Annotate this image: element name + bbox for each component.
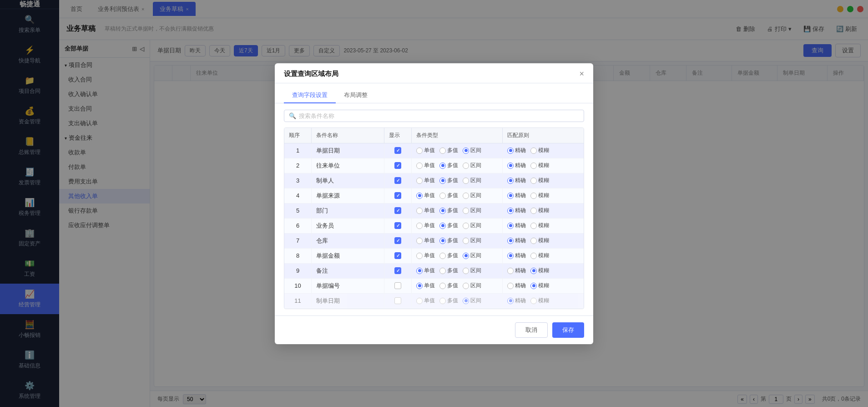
row-order: 4 <box>284 188 312 203</box>
match-precise[interactable]: 精确 <box>507 297 526 305</box>
cancel-button[interactable]: 取消 <box>515 322 548 338</box>
row-type: 单值 多值 区间 <box>412 264 503 278</box>
match-fuzzy[interactable]: 模糊 <box>530 222 549 229</box>
row-show[interactable] <box>384 158 412 173</box>
show-checkbox[interactable] <box>394 267 401 274</box>
match-fuzzy[interactable]: 模糊 <box>530 207 549 214</box>
type-multi[interactable]: 多值 <box>439 252 458 259</box>
row-show[interactable] <box>384 264 412 278</box>
show-checkbox[interactable] <box>394 147 401 154</box>
row-show[interactable] <box>384 188 412 203</box>
type-single[interactable]: 单值 <box>416 222 435 229</box>
type-range[interactable]: 区间 <box>463 297 481 305</box>
match-fuzzy[interactable]: 模糊 <box>530 192 549 199</box>
row-name: 单据日期 <box>312 143 384 158</box>
modal-save-button[interactable]: 保存 <box>552 322 584 338</box>
match-precise[interactable]: 精确 <box>507 147 526 154</box>
row-match: 精确 模糊 <box>503 143 584 158</box>
st-header: 顺序 条件名称 显示 条件类型 匹配原则 <box>284 128 584 143</box>
type-multi[interactable]: 多值 <box>439 162 458 169</box>
match-precise[interactable]: 精确 <box>507 237 526 244</box>
type-single[interactable]: 单值 <box>416 147 435 154</box>
show-checkbox[interactable] <box>394 282 401 289</box>
row-name: 制单人 <box>312 173 384 188</box>
type-multi[interactable]: 多值 <box>439 207 458 214</box>
type-range[interactable]: 区间 <box>463 147 481 154</box>
match-precise[interactable]: 精确 <box>507 177 526 184</box>
type-range[interactable]: 区间 <box>463 282 481 290</box>
type-multi[interactable]: 多值 <box>439 282 458 290</box>
type-single[interactable]: 单值 <box>416 207 435 214</box>
show-checkbox[interactable] <box>394 177 401 184</box>
row-type: 单值 多值 区间 <box>412 143 503 158</box>
modal-tab-query[interactable]: 查询字段设置 <box>284 88 336 103</box>
match-precise[interactable]: 精确 <box>507 267 526 275</box>
show-checkbox[interactable] <box>394 222 401 229</box>
modal-tab-layout[interactable]: 布局调整 <box>336 88 376 103</box>
table-row: 6 业务员 单值 多值 区间 <box>284 219 584 234</box>
th-order: 顺序 <box>284 128 312 143</box>
type-single[interactable]: 单值 <box>416 237 435 244</box>
match-precise[interactable]: 精确 <box>507 282 526 290</box>
match-precise[interactable]: 精确 <box>507 162 526 169</box>
row-name: 仓库 <box>312 234 384 248</box>
modal-close-button[interactable]: × <box>579 70 584 78</box>
type-multi[interactable]: 多值 <box>439 147 458 154</box>
type-single[interactable]: 单值 <box>416 177 435 184</box>
radio-multi <box>439 283 446 289</box>
row-order: 9 <box>284 264 312 278</box>
th-ctype: 条件类型 <box>412 128 503 143</box>
type-multi[interactable]: 多值 <box>439 267 458 275</box>
match-fuzzy[interactable]: 模糊 <box>530 252 549 259</box>
type-range[interactable]: 区间 <box>463 237 481 244</box>
type-single[interactable]: 单值 <box>416 192 435 199</box>
match-fuzzy[interactable]: 模糊 <box>530 237 549 244</box>
match-precise[interactable]: 精确 <box>507 207 526 214</box>
show-checkbox[interactable] <box>394 237 401 244</box>
type-single[interactable]: 单值 <box>416 252 435 259</box>
row-show[interactable] <box>384 294 412 308</box>
show-checkbox[interactable] <box>394 192 401 199</box>
match-precise[interactable]: 精确 <box>507 222 526 229</box>
row-show[interactable] <box>384 279 412 293</box>
type-single[interactable]: 单值 <box>416 297 435 305</box>
type-range[interactable]: 区间 <box>463 252 481 259</box>
type-multi[interactable]: 多值 <box>439 237 458 244</box>
match-fuzzy[interactable]: 模糊 <box>530 162 549 169</box>
type-multi[interactable]: 多值 <box>439 192 458 199</box>
type-multi[interactable]: 多值 <box>439 222 458 229</box>
type-range[interactable]: 区间 <box>463 222 481 229</box>
row-show[interactable] <box>384 249 412 263</box>
row-show[interactable] <box>384 143 412 158</box>
type-range[interactable]: 区间 <box>463 267 481 275</box>
row-show[interactable] <box>384 204 412 218</box>
radio-multi <box>439 193 446 199</box>
radio-multi <box>439 223 446 229</box>
type-single[interactable]: 单值 <box>416 282 435 290</box>
match-fuzzy[interactable]: 模糊 <box>530 147 549 154</box>
row-order: 2 <box>284 158 312 173</box>
match-fuzzy[interactable]: 模糊 <box>530 177 549 184</box>
match-fuzzy[interactable]: 模糊 <box>530 297 549 305</box>
show-checkbox[interactable] <box>394 162 401 169</box>
show-checkbox[interactable] <box>394 252 401 259</box>
row-show[interactable] <box>384 234 412 248</box>
row-show[interactable] <box>384 219 412 233</box>
show-checkbox[interactable] <box>394 207 401 214</box>
type-single[interactable]: 单值 <box>416 267 435 275</box>
type-multi[interactable]: 多值 <box>439 297 458 305</box>
radio-range <box>463 208 469 214</box>
match-fuzzy[interactable]: 模糊 <box>530 267 549 275</box>
type-range[interactable]: 区间 <box>463 177 481 184</box>
modal-search-input[interactable] <box>299 112 579 119</box>
match-fuzzy[interactable]: 模糊 <box>530 282 549 290</box>
type-range[interactable]: 区间 <box>463 162 481 169</box>
match-precise[interactable]: 精确 <box>507 252 526 259</box>
type-range[interactable]: 区间 <box>463 207 481 214</box>
type-single[interactable]: 单值 <box>416 162 435 169</box>
match-precise[interactable]: 精确 <box>507 192 526 199</box>
type-range[interactable]: 区间 <box>463 192 481 199</box>
show-checkbox[interactable] <box>394 297 401 304</box>
row-show[interactable] <box>384 173 412 188</box>
type-multi[interactable]: 多值 <box>439 177 458 184</box>
